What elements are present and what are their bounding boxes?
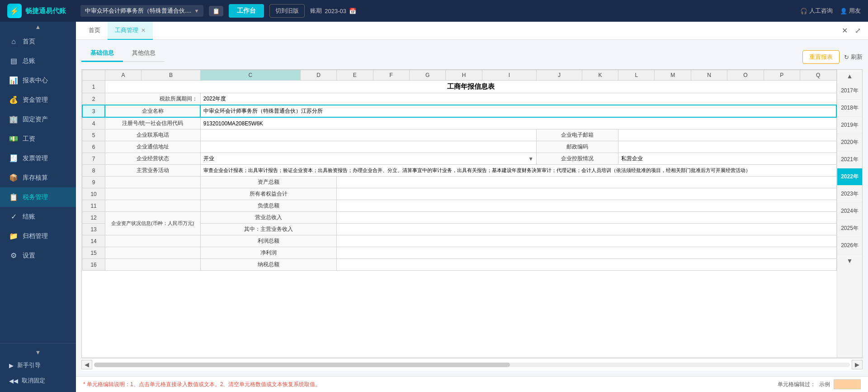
unpin-label: 取消固定 bbox=[22, 377, 45, 385]
sidebar-label-invoice: 发票管理 bbox=[23, 154, 48, 163]
sidebar-scroll-up[interactable]: ▲ bbox=[0, 22, 76, 32]
period-value-cell[interactable]: 2022年度 bbox=[200, 93, 836, 105]
email-value[interactable] bbox=[618, 129, 836, 141]
debt-value[interactable] bbox=[337, 200, 836, 212]
scroll-right-button[interactable]: ▶ bbox=[852, 360, 863, 369]
sidebar-item-home[interactable]: ⌂ 首页 bbox=[0, 32, 76, 51]
net-profit-value[interactable] bbox=[337, 247, 836, 259]
tax-total-value[interactable] bbox=[337, 259, 836, 271]
sidebar-item-tax[interactable]: 📋 税务管理 bbox=[0, 187, 76, 207]
sidebar-item-ledger[interactable]: ▤ 总账 bbox=[0, 51, 76, 71]
total-assets-value[interactable] bbox=[337, 177, 836, 188]
closing-icon: ✓ bbox=[9, 212, 18, 221]
sidebar-item-settings[interactable]: ⚙ 设置 bbox=[0, 246, 76, 265]
sub-tab-basic-label: 基础信息 bbox=[90, 49, 114, 56]
phone-value[interactable] bbox=[200, 129, 537, 141]
sidebar-item-report[interactable]: 📊 报表中心 bbox=[0, 71, 76, 90]
year-2021[interactable]: 2021年 bbox=[837, 151, 862, 168]
year-2017[interactable]: 2017年 bbox=[837, 82, 862, 100]
year-scroll-up[interactable]: ▲ bbox=[837, 70, 862, 82]
sheet-title: 工商年报信息表 bbox=[105, 81, 836, 93]
company-selector[interactable]: 中审众环会计师事务所（特殊普通合伙.... ▼ bbox=[80, 5, 203, 17]
sidebar-item-unpin[interactable]: ◀◀ 取消固定 bbox=[0, 373, 76, 388]
sidebar-label-archive: 归档管理 bbox=[23, 232, 48, 240]
year-2020[interactable]: 2020年 bbox=[837, 134, 862, 151]
sidebar-item-inventory[interactable]: 📦 库存核算 bbox=[0, 168, 76, 187]
expand-button[interactable]: ⤢ bbox=[853, 24, 863, 37]
sidebar-label-ledger: 总账 bbox=[23, 57, 35, 65]
assets-group-label bbox=[105, 177, 200, 188]
biz-status-value[interactable]: 开业 ▼ bbox=[200, 153, 537, 165]
workbench-button[interactable]: 工作台 bbox=[229, 4, 264, 18]
sub-tab-basic[interactable]: 基础信息 bbox=[81, 45, 123, 62]
archive-button[interactable]: 📋 bbox=[209, 6, 223, 16]
tax-icon: 📋 bbox=[9, 193, 18, 201]
year-2019[interactable]: 2019年 bbox=[837, 117, 862, 134]
total-revenue-value[interactable] bbox=[337, 212, 836, 224]
finance-icon: 💰 bbox=[9, 96, 18, 104]
sidebar-item-assets[interactable]: 🏢 固定资产 bbox=[0, 110, 76, 129]
postal-label: 邮政编码 bbox=[537, 141, 618, 153]
year-2026[interactable]: 2026年 bbox=[837, 237, 862, 254]
tab-close-icon[interactable]: ✕ bbox=[141, 27, 146, 33]
address-value[interactable] bbox=[200, 141, 537, 153]
row-num-6: 6 bbox=[82, 141, 105, 153]
spreadsheet-container[interactable]: A B C D E F G H I J K L bbox=[82, 70, 837, 358]
row-num-7: 7 bbox=[82, 153, 105, 165]
assets-icon: 🏢 bbox=[9, 115, 18, 124]
sidebar-item-guide[interactable]: ▶ 新手引导 bbox=[0, 358, 76, 373]
year-2024[interactable]: 2024年 bbox=[837, 203, 862, 220]
net-profit-group-label bbox=[105, 247, 200, 259]
calendar-icon[interactable]: 📅 bbox=[349, 8, 356, 14]
old-version-button[interactable]: 切到旧版 bbox=[269, 4, 305, 18]
biz-status-label: 企业经营状态 bbox=[105, 153, 200, 165]
sidebar-scroll-down[interactable]: ▼ bbox=[0, 347, 76, 358]
equity-value[interactable] bbox=[337, 188, 836, 200]
tax-group-label bbox=[105, 259, 200, 271]
sidebar-item-invoice[interactable]: 🧾 发票管理 bbox=[0, 148, 76, 168]
reset-button[interactable]: 重置报表 bbox=[802, 50, 840, 64]
tab-business[interactable]: 工商管理 ✕ bbox=[108, 22, 153, 40]
service-button[interactable]: 🎧 人工咨询 bbox=[800, 7, 833, 15]
content-area: 首页 工商管理 ✕ ✕ ⤢ 基础信息 其他信息 bbox=[76, 22, 868, 392]
sub-tab-other[interactable]: 其他信息 bbox=[123, 45, 165, 62]
bottom-right: 单元格编辑过： 示例 bbox=[778, 379, 861, 389]
user-icon: 👤 bbox=[840, 8, 847, 14]
year-scroll-down[interactable]: ▼ bbox=[837, 254, 862, 267]
sidebar-label-salary: 工资 bbox=[23, 135, 35, 143]
refresh-button[interactable]: ↻ 刷新 bbox=[844, 53, 863, 61]
scroll-left-button[interactable]: ◀ bbox=[81, 360, 92, 369]
year-2023[interactable]: 2023年 bbox=[837, 186, 862, 203]
h-scrollbar[interactable] bbox=[94, 363, 850, 367]
logo-text: 畅捷通易代账 bbox=[25, 7, 66, 15]
postal-value[interactable] bbox=[618, 141, 836, 153]
table-row: 6 企业通信地址 邮政编码 bbox=[82, 141, 836, 153]
year-2018[interactable]: 2018年 bbox=[837, 100, 862, 117]
company-name: 中审众环会计师事务所（特殊普通合伙.... bbox=[85, 7, 191, 15]
main-biz-value[interactable]: 审查企业会计报表；出具审计报告；验证企业资本；出具验资报告；办理企业合并、分立、… bbox=[200, 165, 836, 177]
close-tab-button[interactable]: ✕ bbox=[840, 24, 849, 37]
control-value[interactable]: 私营企业 bbox=[618, 153, 836, 165]
sidebar-item-finance[interactable]: 💰 资金管理 bbox=[0, 90, 76, 110]
company-name-value[interactable]: 中审众环会计师事务所（特殊普通合伙）江苏分所 bbox=[200, 105, 836, 117]
control-label: 企业控股情况 bbox=[537, 153, 618, 165]
main-revenue-value[interactable] bbox=[337, 224, 836, 235]
reg-code-value[interactable]: 91320100MA208E5W6K bbox=[200, 117, 836, 129]
tab-home[interactable]: 首页 bbox=[81, 22, 108, 40]
year-2022[interactable]: 2022年 bbox=[837, 168, 862, 186]
table-row: 7 企业经营状态 开业 ▼ 企业控股情况 私营企业 bbox=[82, 153, 836, 165]
col-q: Q bbox=[800, 70, 836, 81]
sidebar-item-archive[interactable]: 📁 归档管理 bbox=[0, 226, 76, 246]
profit-value[interactable] bbox=[337, 235, 836, 247]
user-button[interactable]: 👤 用友 bbox=[840, 7, 861, 15]
year-2025[interactable]: 2025年 bbox=[837, 220, 862, 237]
sidebar-item-salary[interactable]: 💵 工资 bbox=[0, 129, 76, 148]
phone-label: 企业联系电话 bbox=[105, 129, 200, 141]
unpin-icon: ◀◀ bbox=[9, 378, 18, 384]
col-o: O bbox=[727, 70, 764, 81]
col-l: L bbox=[618, 70, 655, 81]
inner-content: 基础信息 其他信息 重置报表 ↻ 刷新 bbox=[76, 40, 868, 376]
table-row: 14 利润总额 bbox=[82, 235, 836, 247]
service-label: 人工咨询 bbox=[809, 7, 833, 15]
sidebar-item-closing[interactable]: ✓ 结账 bbox=[0, 207, 76, 226]
